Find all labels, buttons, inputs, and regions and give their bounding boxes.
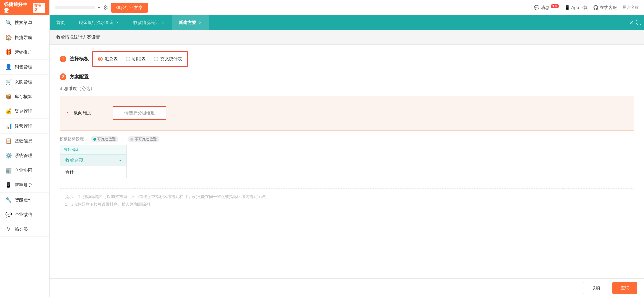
sidebar-item-system[interactable]: ⚙️ 系统管理 [0, 148, 49, 163]
radio-summary[interactable]: 汇总表 [98, 56, 118, 62]
trial-button[interactable]: 体验行业方案 [111, 3, 148, 13]
sidebar-item-label: 销售管理 [15, 64, 32, 70]
sidebar-item-sales[interactable]: 👤 销售管理 [0, 60, 49, 75]
arrow-icon: → [99, 110, 105, 116]
hardware-icon: 🔧 [5, 197, 12, 203]
cancel-button[interactable]: 取消 [583, 282, 608, 294]
sidebar-item-inventory[interactable]: 📦 库存核算 [0, 89, 49, 104]
stats-indicator-label: 统计指标 [64, 148, 79, 152]
service-icon: 🎧 [593, 5, 598, 10]
metrics-amount-label: 收款金额 [65, 157, 83, 163]
tab-home-label: 首页 [56, 20, 65, 26]
required-star: * [67, 111, 68, 116]
tab-bar: 首页 现金银行流水查询 × 收款情况统计 × 新建方案 × ✕ ⛶ [50, 15, 644, 30]
sidebar-item-weixin[interactable]: 💬 企业微信 [0, 207, 49, 222]
top-bar: ▾ ⚙ 体验行业方案 💬 消息 99+ 📱 App下载 🎧 在线客服 用户名称 [50, 0, 644, 15]
query-button[interactable]: 查询 [612, 282, 637, 294]
sidebar-item-enterprise[interactable]: 🏢 企业协同 [0, 163, 49, 178]
sidebar-item-label: 企业协同 [15, 167, 32, 174]
tab-new-plan-close-icon[interactable]: × [198, 20, 202, 25]
sidebar-item-label: 营销推广 [15, 49, 32, 55]
sidebar-item-smart-hw[interactable]: 🔧 智能硬件 [0, 193, 49, 207]
radio-cross-label: 交叉统计表 [160, 56, 182, 62]
top-bar-right: 💬 消息 99+ 📱 App下载 🎧 在线客服 用户名称 [534, 5, 639, 11]
building-icon: 🏢 [5, 167, 12, 174]
sidebar-item-label: 库存核算 [15, 94, 32, 100]
message-button[interactable]: 💬 消息 99+ [534, 5, 559, 11]
gift-icon: 🎁 [5, 49, 12, 55]
sidebar-item-label: 畅会员 [15, 226, 28, 232]
content-area: 收款情况统计方案设置 1 选择模板 汇总表 明细表 [50, 30, 644, 278]
tab-maximize-icon[interactable]: ⛶ [636, 20, 641, 26]
sidebar-item-label: 快捷导航 [15, 35, 32, 41]
dropdown-arrow-icon[interactable]: ▾ [98, 5, 100, 10]
metrics-total-row: 合计 [60, 166, 126, 178]
sidebar-item-label: 采购管理 [15, 79, 32, 85]
metrics-section-header: 统计指标 [60, 145, 126, 155]
step1-section: 1 选择模板 汇总表 明细表 交叉统计表 [60, 51, 634, 67]
search-icon: 🔍 [5, 19, 12, 26]
tab-new-plan[interactable]: 新建方案 × [172, 15, 209, 30]
top-bar-left: ▾ ⚙ 体验行业方案 [55, 3, 529, 13]
step2-number: 2 [60, 73, 66, 80]
form-container: 1 选择模板 汇总表 明细表 交叉统计表 [50, 45, 644, 278]
tab-new-plan-label: 新建方案 [179, 20, 196, 26]
tip2: 2. 点击标题栏下拉可设置排序、插入列和删除列 [60, 202, 634, 207]
main-area: ▾ ⚙ 体验行业方案 💬 消息 99+ 📱 App下载 🎧 在线客服 用户名称 … [50, 0, 644, 297]
tip1: 提示： 1. 拖动标题栏可以调整布局，不可跨维度或指标区域拖动栏目字段(只能在同… [60, 194, 634, 200]
tab-cashflow[interactable]: 现金银行流水查询 × [72, 15, 126, 30]
no-drag-dot [130, 138, 133, 141]
radio-detail-label: 明细表 [132, 56, 146, 62]
tips-section: 提示： 1. 拖动标题栏可以调整布局，不可跨维度或指标区域拖动栏目字段(只能在同… [60, 188, 634, 207]
tab-receipts[interactable]: 收款情况统计 × [126, 15, 172, 30]
online-service-button[interactable]: 🎧 在线客服 [593, 5, 617, 11]
sidebar-item-finance[interactable]: 💰 资金管理 [0, 104, 49, 119]
tab-receipts-close-icon[interactable]: × [161, 20, 165, 25]
sidebar-item-search[interactable]: 🔍 搜索菜单 [0, 15, 49, 30]
template-options: 汇总表 明细表 交叉统计表 [92, 51, 188, 67]
app-download-label: App下载 [571, 5, 588, 11]
metrics-total-label: 合计 [65, 169, 74, 175]
member-icon: V [5, 226, 12, 232]
dimension-selector[interactable]: 请选择分组维度 [113, 106, 166, 120]
chat-icon: 💬 [5, 211, 12, 218]
app-download-button[interactable]: 📱 App下载 [565, 5, 588, 11]
message-badge: 99+ [551, 4, 559, 8]
page-title: 收款情况统计方案设置 [56, 35, 100, 40]
sidebar-item-purchase[interactable]: 🛒 采购管理 [0, 75, 49, 89]
search-bar[interactable] [55, 6, 95, 9]
step2-section: 2 方案配置 汇总维度（必选） * 纵向维度 → 请选择分组维度 [60, 73, 634, 207]
tab-receipts-label: 收款情况统计 [133, 20, 159, 26]
tab-close-icon[interactable]: ✕ [629, 20, 633, 26]
sidebar-item-marketing[interactable]: 🎁 营销推广 [0, 45, 49, 60]
chart-icon: 📊 [5, 123, 12, 129]
cart-icon: 🛒 [5, 79, 12, 85]
sidebar-item-operations[interactable]: 📊 经营管理 [0, 119, 49, 134]
metrics-title-suffix: ） [121, 136, 125, 142]
money-icon: 💰 [5, 108, 12, 114]
user-name: 用户名称 [623, 5, 639, 10]
drag-dot [93, 138, 96, 141]
tab-cashflow-close-icon[interactable]: × [116, 20, 119, 25]
sidebar-item-member[interactable]: V 畅会员 [0, 222, 49, 237]
tab-home[interactable]: 首页 [50, 15, 72, 30]
metrics-label-row: 模板指标设定（ 可拖动位置 ） 不可拖动位置 [60, 136, 634, 142]
metrics-column-header[interactable]: 收款金额 ▾ [60, 155, 126, 166]
clipboard-icon: 📋 [5, 138, 12, 144]
sidebar-item-label: 搜索菜单 [15, 20, 32, 26]
vertical-dimension-label: 纵向维度 [74, 110, 91, 116]
sidebar-item-basic-info[interactable]: 📋 基础信息 [0, 134, 49, 148]
phone-icon: 📱 [5, 182, 12, 188]
drag-badge: 可拖动位置 [91, 136, 118, 142]
home-icon: 🏠 [5, 34, 12, 41]
dimension-placeholder: 请选择分组维度 [124, 110, 155, 115]
sidebar-item-guide[interactable]: 📱 新手引导 [0, 178, 49, 193]
radio-summary-circle [98, 57, 103, 61]
metrics-title: 模板指标设定（ [60, 136, 88, 142]
sidebar-item-quick-nav[interactable]: 🏠 快捷导航 [0, 30, 49, 45]
radio-cross[interactable]: 交叉统计表 [154, 56, 182, 62]
radio-detail[interactable]: 明细表 [126, 56, 146, 62]
settings-icon[interactable]: ⚙ [103, 4, 108, 11]
logo-text: 畅捷通好生意 [4, 2, 31, 14]
radio-summary-label: 汇总表 [105, 56, 118, 62]
